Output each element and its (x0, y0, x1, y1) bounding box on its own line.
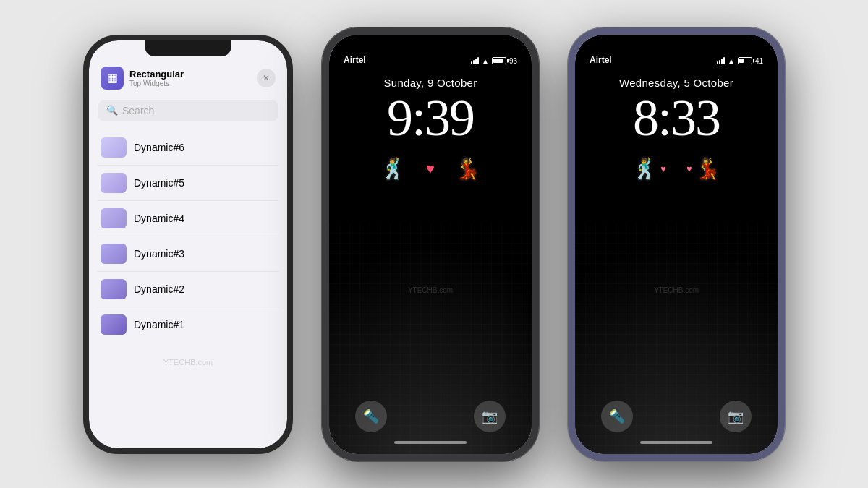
widget-thumbnail (101, 279, 127, 299)
list-item[interactable]: Dynamic#1 (98, 307, 278, 342)
widget-title-text: Rectangular Top Widgets (129, 69, 184, 87)
battery-fill (493, 59, 503, 63)
stick-figure-right: 💃 (695, 157, 720, 181)
lock-bottom: 🔦 📷 (329, 401, 532, 454)
carrier-label: Airtel (590, 55, 612, 65)
camera-icon: 📷 (482, 408, 498, 424)
lock-bottom: 🔦 📷 (575, 401, 778, 454)
widget-panel: ▦ Rectangular Top Widgets ✕ 🔍 Search Dyn… (89, 40, 287, 448)
home-indicator (394, 441, 467, 444)
lock-date: Wednesday, 5 October (619, 77, 733, 89)
close-button[interactable]: ✕ (257, 69, 276, 87)
search-bar[interactable]: 🔍 Search (98, 100, 278, 121)
battery-icon (492, 57, 506, 64)
flashlight-icon: 🔦 (609, 408, 625, 424)
widget-title-row: ▦ Rectangular Top Widgets (101, 67, 184, 90)
widget-group-right: ♥ 💃 (686, 157, 720, 181)
dynamic-island (644, 42, 709, 61)
list-item[interactable]: Dynamic#5 (98, 166, 278, 201)
camera-icon: 📷 (728, 408, 744, 424)
widget-item-label: Dynamic#2 (134, 283, 184, 295)
stick-figure-left: 🕺 (380, 157, 406, 181)
battery-percentage: 93 (509, 57, 517, 65)
widget-thumbnail (101, 137, 127, 158)
list-item[interactable]: Dynamic#4 (98, 201, 278, 236)
stick-figure-left: 🕺 (632, 157, 658, 181)
dynamic-island (398, 42, 463, 61)
wifi-icon: ▲ (728, 57, 735, 65)
app-name: Rectangular (129, 69, 184, 80)
status-icons: ▲ 93 (471, 57, 517, 65)
lock-content: Sunday, 9 October 9:39 🕺 ♥ 💃 (329, 35, 532, 454)
battery-icon (738, 57, 752, 64)
notch (145, 40, 231, 56)
status-icons: ▲ 41 (717, 57, 763, 65)
widget-header: ▦ Rectangular Top Widgets ✕ (98, 67, 278, 90)
widget-list: Dynamic#6 Dynamic#5 Dynamic#4 Dynamic#3 … (98, 130, 278, 440)
list-item[interactable]: Dynamic#6 (98, 130, 278, 166)
widget-thumbnail (101, 173, 127, 193)
widget-thumbnail (101, 314, 127, 335)
search-placeholder: Search (122, 105, 154, 116)
lock-date: Sunday, 9 October (383, 77, 477, 89)
app-icon: ▦ (101, 67, 124, 90)
battery-percentage: 41 (755, 57, 763, 65)
heart-small-left: ♥ (660, 163, 666, 174)
carrier-label: Airtel (344, 55, 366, 65)
stick-figure-right: 💃 (455, 157, 480, 181)
widget-item-label: Dynamic#1 (134, 319, 184, 330)
wifi-icon: ▲ (482, 57, 489, 65)
battery-fill (739, 59, 744, 63)
widget-thumbnail (101, 208, 127, 228)
phone2: Airtel ▲ 93 Sunday, 9 October 9:39 🕺 (322, 27, 539, 461)
home-indicator (640, 441, 712, 444)
lock-bottom-buttons: 🔦 📷 (575, 401, 778, 432)
phone3: Airtel ▲ 41 Wednesday, 5 October 8:33 (568, 27, 785, 461)
widget-item-label: Dynamic#5 (134, 177, 184, 189)
lock-widgets: 🕺 ♥ 💃 (380, 157, 480, 181)
heart-icon: ♥ (426, 160, 435, 177)
lock-widgets: 🕺 ♥ ♥ 💃 (632, 157, 720, 181)
lock-time: 8:33 (633, 92, 720, 144)
heart-small-right: ♥ (686, 163, 692, 174)
camera-button[interactable]: 📷 (474, 401, 506, 432)
lock-time: 9:39 (387, 92, 474, 144)
widget-thumbnail (101, 244, 127, 264)
flashlight-button[interactable]: 🔦 (355, 401, 387, 432)
lock-content: Wednesday, 5 October 8:33 🕺 ♥ ♥ 💃 (575, 35, 778, 454)
widget-item-label: Dynamic#4 (134, 213, 184, 224)
signal-icon (471, 57, 479, 64)
list-item[interactable]: Dynamic#2 (98, 272, 278, 307)
flashlight-icon: 🔦 (363, 408, 379, 424)
camera-button[interactable]: 📷 (720, 401, 752, 432)
signal-icon (717, 57, 725, 64)
flashlight-button[interactable]: 🔦 (601, 401, 633, 432)
list-item[interactable]: Dynamic#3 (98, 236, 278, 272)
phone1: ▦ Rectangular Top Widgets ✕ 🔍 Search Dyn… (83, 35, 293, 454)
widget-group-left: 🕺 ♥ (632, 157, 666, 181)
widget-item-label: Dynamic#6 (134, 142, 184, 153)
lock-bottom-buttons: 🔦 📷 (329, 401, 532, 432)
search-icon: 🔍 (106, 105, 118, 116)
app-subtitle: Top Widgets (129, 80, 184, 87)
widget-item-label: Dynamic#3 (134, 248, 184, 260)
